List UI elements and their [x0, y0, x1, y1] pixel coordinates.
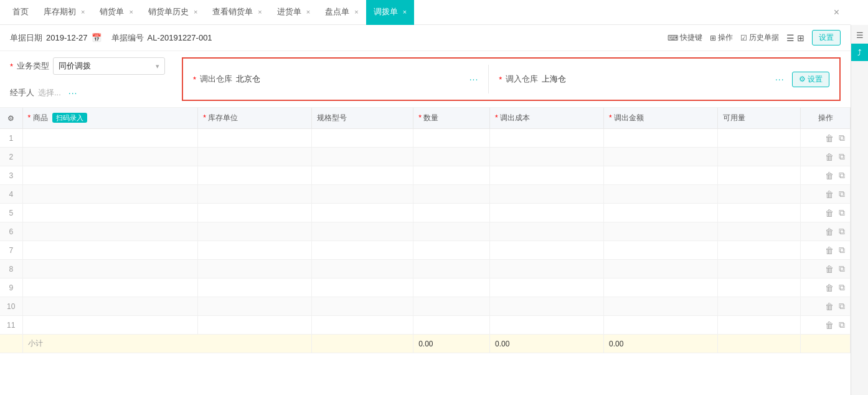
table-header-row: ⚙ * 商品 扫码录入 * 库存单位 规格型号 * 数量	[0, 108, 851, 129]
tab-close-sales-order[interactable]: ×	[129, 8, 133, 16]
delete-icon[interactable]: 🗑	[825, 152, 834, 162]
calendar-icon[interactable]: 📅	[92, 33, 101, 42]
delete-icon[interactable]: 🗑	[825, 283, 834, 293]
settings-button[interactable]: 设置	[812, 30, 841, 45]
row-product[interactable]	[22, 148, 198, 166]
col-available: 可用量	[718, 108, 801, 129]
copy-icon[interactable]: ⧉	[839, 320, 845, 330]
history-button[interactable]: ☑ 历史单据	[740, 32, 779, 43]
row-amount	[604, 222, 718, 241]
tab-close-inventory-init[interactable]: ×	[81, 8, 85, 16]
scan-button[interactable]: 扫码录入	[52, 113, 87, 123]
row-cost	[490, 241, 604, 260]
business-type-label: 业务类型	[17, 60, 49, 72]
shortcut-button[interactable]: ⌨ 快捷键	[668, 32, 702, 43]
tab-view-sales[interactable]: 查看销货单 ×	[205, 0, 269, 25]
row-unit	[198, 297, 312, 316]
row-product[interactable]	[22, 166, 198, 185]
delete-icon[interactable]: 🗑	[825, 189, 834, 199]
sidebar-list-icon[interactable]: ☰	[852, 27, 867, 42]
row-spec	[312, 316, 413, 335]
row-cost	[490, 204, 604, 222]
warehouse-settings-button[interactable]: ⚙ 设置	[792, 72, 829, 87]
delete-icon[interactable]: 🗑	[825, 208, 834, 218]
business-type-select[interactable]: 同价调拨 ▾	[53, 57, 165, 75]
col-unit: * 库存单位	[198, 108, 312, 129]
copy-icon[interactable]: ⧉	[839, 133, 845, 143]
tab-close-view-sales[interactable]: ×	[258, 8, 262, 16]
layout-icon-1[interactable]: ☰	[786, 33, 795, 43]
row-num: 6	[0, 222, 22, 241]
tab-purchase-order[interactable]: 进货单 ×	[270, 0, 318, 25]
delete-icon[interactable]: 🗑	[825, 133, 834, 143]
tab-close-transfer-order[interactable]: ×	[403, 8, 407, 16]
row-product[interactable]	[22, 297, 198, 316]
row-cost	[490, 222, 604, 241]
tab-bar: 首页 库存期初 × 销货单 × 销货单历史 × 查看销货单 × 进货单 × 盘点…	[0, 0, 851, 25]
handler-select[interactable]: 选择...	[38, 87, 61, 98]
ops-button[interactable]: ⊞ 操作	[710, 32, 733, 43]
row-qty	[413, 297, 490, 316]
copy-icon[interactable]: ⧉	[839, 151, 845, 162]
warehouse-in-more-icon[interactable]: ···	[775, 74, 785, 84]
row-unit	[198, 316, 312, 335]
row-qty	[413, 148, 490, 166]
row-product[interactable]	[22, 185, 198, 204]
warehouse-in-group: * 调入仓库 上海仓 ···	[499, 74, 784, 85]
copy-icon[interactable]: ⧉	[839, 245, 845, 255]
row-amount	[604, 241, 718, 260]
copy-icon[interactable]: ⧉	[839, 207, 845, 218]
table-row: 4 🗑 ⧉	[0, 185, 851, 204]
row-amount	[604, 129, 718, 148]
row-product[interactable]	[22, 204, 198, 222]
row-product[interactable]	[22, 260, 198, 278]
handler-more-icon[interactable]: ···	[68, 88, 78, 98]
copy-icon[interactable]: ⧉	[839, 226, 845, 237]
tab-sales-order[interactable]: 销货单 ×	[92, 0, 140, 25]
delete-icon[interactable]: 🗑	[825, 320, 834, 330]
copy-icon[interactable]: ⧉	[839, 282, 845, 293]
tab-transfer-order[interactable]: 调拨单 ×	[366, 0, 414, 25]
right-sidebar: ☰ ⤴	[851, 25, 868, 353]
delete-icon[interactable]: 🗑	[825, 302, 834, 312]
required-star-out: *	[193, 75, 196, 84]
subtotal-row: 小计 0.00 0.00 0.00	[0, 335, 851, 353]
copy-icon[interactable]: ⧉	[839, 189, 845, 199]
row-product[interactable]	[22, 241, 198, 260]
row-product[interactable]	[22, 278, 198, 297]
row-product[interactable]	[22, 316, 198, 335]
copy-icon[interactable]: ⧉	[839, 301, 845, 312]
tab-inventory-check[interactable]: 盘点单 ×	[318, 0, 366, 25]
tab-close-sales-history[interactable]: ×	[194, 8, 197, 16]
row-ops: 🗑 ⧉	[801, 222, 851, 241]
delete-icon[interactable]: 🗑	[825, 245, 834, 255]
tab-sales-history[interactable]: 销货单历史 ×	[141, 0, 205, 25]
row-available	[718, 297, 801, 316]
window-close-button[interactable]: ×	[828, 7, 846, 18]
tab-inventory-init[interactable]: 库存期初 ×	[36, 0, 92, 25]
row-cost	[490, 297, 604, 316]
copy-icon[interactable]: ⧉	[839, 264, 845, 274]
copy-icon[interactable]: ⧉	[839, 170, 845, 181]
row-ops: 🗑 ⧉	[801, 241, 851, 260]
tab-close-purchase-order[interactable]: ×	[306, 8, 310, 16]
row-spec	[312, 297, 413, 316]
delete-icon[interactable]: 🗑	[825, 171, 834, 181]
business-type-value: 同价调拨	[59, 60, 91, 72]
col-gear: ⚙	[0, 108, 22, 129]
required-star-in: *	[499, 75, 502, 84]
layout-icon-2[interactable]: ⊞	[797, 33, 804, 43]
row-qty	[413, 204, 490, 222]
row-ops: 🗑 ⧉	[801, 148, 851, 166]
business-type-group: * 业务类型 同价调拨 ▾	[10, 57, 172, 75]
row-product[interactable]	[22, 129, 198, 148]
row-qty	[413, 185, 490, 204]
tab-close-inventory-check[interactable]: ×	[354, 8, 358, 16]
delete-icon[interactable]: 🗑	[825, 227, 834, 237]
handler-row: 经手人 选择... ···	[10, 85, 172, 101]
warehouse-out-more-icon[interactable]: ···	[469, 74, 479, 84]
delete-icon[interactable]: 🗑	[825, 264, 834, 274]
tab-home[interactable]: 首页	[5, 0, 36, 25]
sidebar-export-icon[interactable]: ⤴	[851, 44, 869, 61]
row-product[interactable]	[22, 222, 198, 241]
